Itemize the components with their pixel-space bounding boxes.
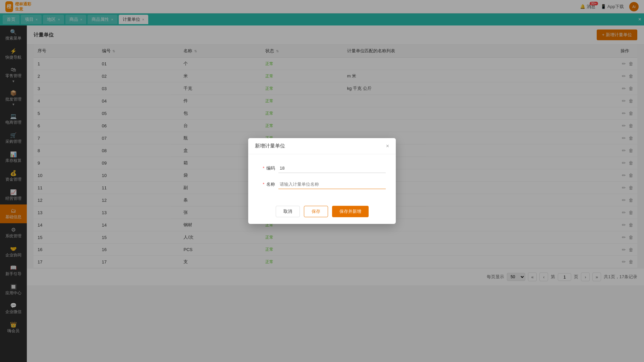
code-required-mark: * (263, 166, 264, 171)
code-input[interactable] (278, 164, 386, 173)
name-field-row: * 名称 (258, 180, 386, 189)
cancel-button[interactable]: 取消 (276, 206, 300, 217)
modal-body: * 编码 * 名称 (248, 154, 396, 202)
name-field-label: * 名称 (258, 181, 278, 187)
modal-overlay[interactable]: 新增计量单位 × * 编码 * 名称 取消 保存 保存并新增 (0, 0, 644, 362)
save-and-new-button[interactable]: 保存并新增 (332, 206, 369, 217)
add-unit-modal: 新增计量单位 × * 编码 * 名称 取消 保存 保存并新增 (248, 138, 396, 224)
code-field-row: * 编码 (258, 164, 386, 173)
name-required-mark: * (263, 182, 264, 187)
name-input[interactable] (278, 180, 386, 189)
modal-close-button[interactable]: × (386, 143, 389, 149)
modal-header: 新增计量单位 × (248, 138, 396, 154)
code-field-label: * 编码 (258, 165, 278, 171)
save-button[interactable]: 保存 (304, 206, 328, 217)
modal-footer: 取消 保存 保存并新增 (248, 202, 396, 224)
modal-title: 新增计量单位 (255, 143, 285, 149)
